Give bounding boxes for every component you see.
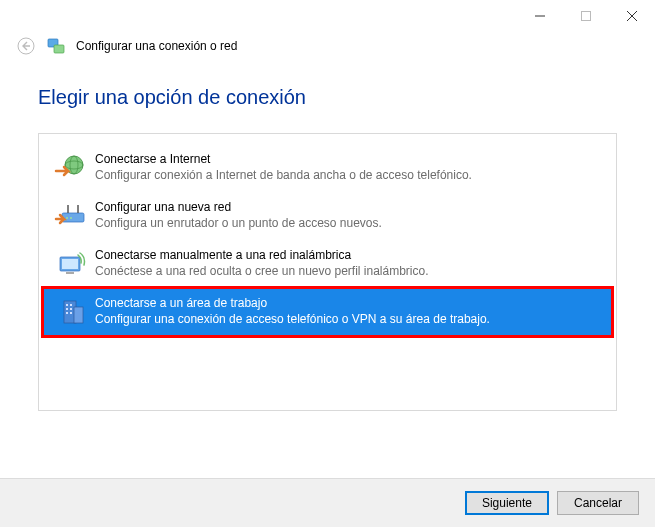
wireless-monitor-icon xyxy=(53,246,89,282)
wizard-footer: Siguiente Cancelar xyxy=(0,478,655,527)
back-arrow-icon xyxy=(16,36,36,56)
workplace-building-icon xyxy=(53,294,89,330)
close-button[interactable] xyxy=(609,0,655,32)
option-title: Conectarse a un área de trabajo xyxy=(95,295,602,311)
option-manual-wireless[interactable]: Conectarse manualmente a una red inalámb… xyxy=(43,240,612,288)
svg-rect-24 xyxy=(66,312,68,314)
option-title: Conectarse a Internet xyxy=(95,151,602,167)
connection-options-list: Conectarse a Internet Configurar conexió… xyxy=(38,133,617,411)
svg-rect-23 xyxy=(70,308,72,310)
internet-globe-icon xyxy=(53,150,89,186)
svg-rect-10 xyxy=(62,213,84,222)
minimize-button[interactable] xyxy=(517,0,563,32)
window-title: Configurar una conexión o red xyxy=(76,39,237,53)
svg-rect-16 xyxy=(62,259,78,269)
svg-rect-21 xyxy=(70,304,72,306)
option-desc: Configurar conexión a Internet de banda … xyxy=(95,167,602,183)
svg-rect-19 xyxy=(74,307,83,323)
network-wizard-icon xyxy=(46,36,66,56)
svg-rect-1 xyxy=(582,12,591,21)
svg-point-14 xyxy=(70,217,72,219)
svg-point-13 xyxy=(66,217,68,219)
option-title: Conectarse manualmente a una red inalámb… xyxy=(95,247,602,263)
svg-rect-6 xyxy=(54,45,64,53)
window-titlebar xyxy=(0,0,655,32)
option-desc: Configura un enrutador o un punto de acc… xyxy=(95,215,602,231)
router-icon xyxy=(53,198,89,234)
option-title: Configurar una nueva red xyxy=(95,199,602,215)
option-connect-internet[interactable]: Conectarse a Internet Configurar conexió… xyxy=(43,144,612,192)
option-desc: Conéctese a una red oculta o cree un nue… xyxy=(95,263,602,279)
svg-rect-17 xyxy=(66,272,74,274)
maximize-button xyxy=(563,0,609,32)
next-button[interactable]: Siguiente xyxy=(465,491,549,515)
svg-rect-20 xyxy=(66,304,68,306)
option-desc: Configurar una conexión de acceso telefó… xyxy=(95,311,602,327)
svg-rect-22 xyxy=(66,308,68,310)
wizard-header: Configurar una conexión o red xyxy=(0,32,655,62)
option-connect-workplace[interactable]: Conectarse a un área de trabajo Configur… xyxy=(43,288,612,336)
cancel-button[interactable]: Cancelar xyxy=(557,491,639,515)
svg-rect-25 xyxy=(70,312,72,314)
page-heading: Elegir una opción de conexión xyxy=(38,86,617,109)
option-setup-network[interactable]: Configurar una nueva red Configura un en… xyxy=(43,192,612,240)
